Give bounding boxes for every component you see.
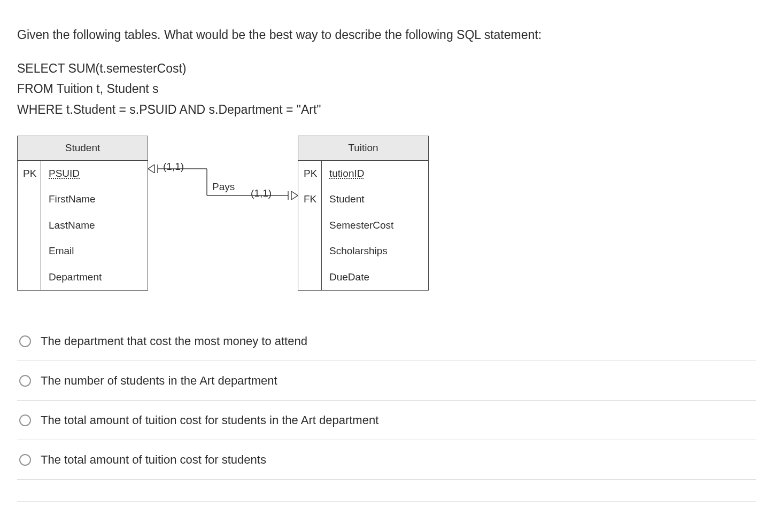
option-1-label: The number of students in the Art depart… [41,372,277,389]
erd-tuition-attr-0: tutionID [322,160,429,186]
option-1[interactable]: The number of students in the Art depart… [17,361,756,401]
erd-student-attr-2: LastName [41,213,148,239]
erd-right-card-text: (1,1) [251,186,272,201]
erd-student-attr-3: Email [41,238,148,264]
erd-student-key-1 [18,186,41,213]
option-0-label: The department that cost the most money … [41,332,307,350]
erd-tuition-key-0: PK [298,160,322,186]
svg-line-10 [291,195,298,200]
sql-line-1: SELECT SUM(t.semesterCost) [17,59,756,78]
erd-diagram: Student PK PSUID FirstName LastName Emai… [17,136,756,291]
erd-relationship-lines [148,136,298,221]
erd-student-key-4 [18,264,41,291]
erd-student-attr-0: PSUID [41,160,148,186]
erd-student-key-0: PK [18,160,41,186]
svg-line-1 [148,169,154,173]
option-3[interactable]: The total amount of tuition cost for stu… [17,440,756,480]
erd-student-key-2 [18,213,41,239]
sql-statement: SELECT SUM(t.semesterCost) FROM Tuition … [17,59,756,119]
sql-line-2: FROM Tuition t, Student s [17,80,756,98]
erd-relation-label: Pays [212,179,235,195]
erd-table-tuition: Tuition PK tutionID FK Student SemesterC… [298,136,429,291]
erd-tuition-attr-0-label: tutionID [329,168,364,179]
question-text: Given the following tables. What would b… [17,26,756,44]
erd-tuition-key-3 [298,238,322,264]
erd-table-student: Student PK PSUID FirstName LastName Emai… [17,136,148,291]
option-0[interactable]: The department that cost the most money … [17,321,756,361]
erd-student-title: Student [18,136,148,161]
svg-line-9 [291,191,298,195]
erd-tuition-key-4 [298,264,322,291]
answer-options: The department that cost the most money … [17,320,756,480]
option-2[interactable]: The total amount of tuition cost for stu… [17,401,756,440]
erd-student-key-3 [18,238,41,264]
erd-tuition-attr-4: DueDate [322,264,429,291]
radio-icon[interactable] [19,414,31,426]
bottom-divider [17,501,756,502]
radio-icon[interactable] [19,335,31,347]
option-3-label: The total amount of tuition cost for stu… [41,451,266,468]
erd-tuition-attr-3: Scholarships [322,238,429,264]
erd-student-attr-1: FirstName [41,186,148,213]
erd-student-attr-0-label: PSUID [49,168,80,179]
erd-tuition-attr-2: SemesterCost [322,213,429,239]
radio-icon[interactable] [19,454,31,466]
erd-left-card-text: (1,1) [163,159,184,175]
erd-tuition-key-1: FK [298,186,322,213]
erd-student-attr-4: Department [41,264,148,291]
option-2-label: The total amount of tuition cost for stu… [41,411,378,429]
erd-tuition-title: Tuition [298,136,429,161]
erd-relationship: (1,1) Pays (1,1) [148,136,298,210]
erd-tuition-key-2 [298,213,322,239]
sql-line-3: WHERE t.Student = s.PSUID AND s.Departme… [17,100,756,119]
radio-icon[interactable] [19,375,31,387]
svg-line-0 [148,165,154,169]
erd-tuition-attr-1: Student [322,186,429,213]
